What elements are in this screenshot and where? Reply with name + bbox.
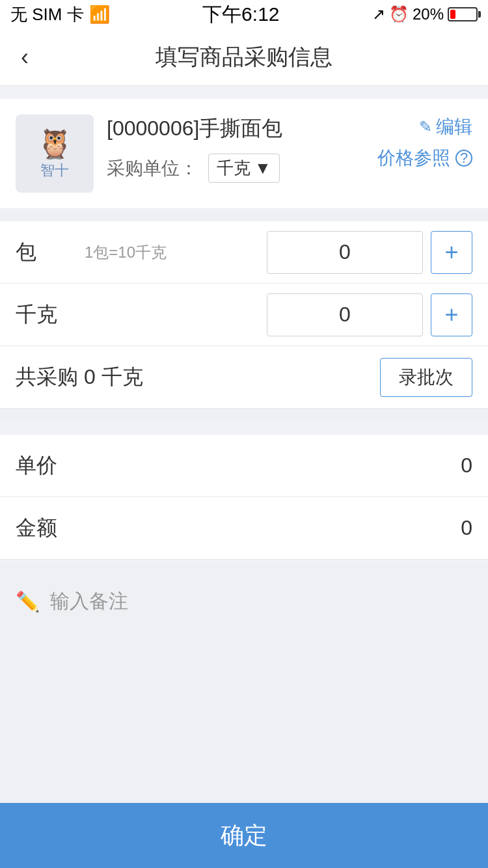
pack-value-field[interactable]: 0 <box>267 231 423 274</box>
price-ref-label: 价格参照 <box>377 146 450 170</box>
product-card: 🦉 智十 [0000006]手撕面包 采购单位： 千克 ▼ ✎ 编辑 价格参照 … <box>0 99 488 208</box>
price-ref-button[interactable]: ✎ 编辑 <box>419 115 472 139</box>
status-time: 下午6:12 <box>202 1 279 28</box>
edit-icon: ✎ <box>419 118 432 136</box>
page-title: 填写商品采购信息 <box>156 42 332 72</box>
unit-price-row: 单价 0 <box>0 435 488 497</box>
kg-input-row: 千克 0 + <box>0 284 488 346</box>
product-name: [0000006]手撕面包 <box>107 115 472 143</box>
remark-section[interactable]: ✏️ 输入备注 <box>0 562 488 640</box>
divider-1 <box>0 208 488 221</box>
status-right: ↗ ⏰ 20% <box>372 5 478 23</box>
status-left: 无 SIM 卡 📶 <box>10 3 110 26</box>
remark-input[interactable]: 输入备注 <box>50 588 128 615</box>
info-icon: ? <box>455 150 472 167</box>
unit-value: 千克 <box>217 157 251 180</box>
input-section: 包 1包=10千克 0 + 千克 0 + 共采购 0 千克 录批次 <box>0 221 488 409</box>
unit-selector[interactable]: 千克 ▼ <box>208 154 280 183</box>
amount-value: 0 <box>461 516 472 540</box>
pack-plus-button[interactable]: + <box>431 231 472 274</box>
kg-label: 千克 <box>16 301 81 329</box>
pack-sublabel: 1包=10千克 <box>85 242 167 263</box>
unit-label: 采购单位： <box>107 156 198 181</box>
divider-2 <box>0 409 488 422</box>
location-icon: ↗ <box>372 5 385 23</box>
summary-row: 共采购 0 千克 录批次 <box>0 346 488 409</box>
battery-percent: 20% <box>413 5 444 23</box>
alarm-icon: ⏰ <box>389 5 409 23</box>
price-section: 单价 0 金额 0 <box>0 435 488 560</box>
amount-row: 金额 0 <box>0 497 488 560</box>
battery-fill <box>450 10 455 19</box>
unit-price-label: 单价 <box>16 452 57 480</box>
batch-button[interactable]: 录批次 <box>380 358 472 397</box>
unit-dropdown-icon: ▼ <box>254 158 271 178</box>
kg-value-field[interactable]: 0 <box>267 293 423 336</box>
pack-label: 包 <box>16 238 81 267</box>
pack-input-row: 包 1包=10千克 0 + <box>0 221 488 284</box>
product-image-label: 智十 <box>37 161 73 180</box>
carrier-label: 无 SIM 卡 <box>10 3 84 26</box>
amount-label: 金额 <box>16 514 57 543</box>
battery-icon <box>448 7 478 21</box>
product-image: 🦉 智十 <box>16 115 94 193</box>
status-bar: 无 SIM 卡 📶 下午6:12 ↗ ⏰ 20% <box>0 0 488 29</box>
product-image-icon: 🦉 <box>37 128 73 159</box>
back-button[interactable]: ‹ <box>16 38 34 76</box>
nav-bar: ‹ 填写商品采购信息 <box>0 29 488 86</box>
kg-plus-button[interactable]: + <box>431 293 472 336</box>
summary-text: 共采购 0 千克 <box>16 363 143 392</box>
price-ref-label-area[interactable]: 价格参照 ? <box>377 146 472 170</box>
unit-price-value: 0 <box>461 454 472 478</box>
edit-label: 编辑 <box>436 115 472 139</box>
confirm-button[interactable]: 确定 <box>0 803 488 868</box>
confirm-button-label: 确定 <box>221 820 267 852</box>
remark-icon: ✏️ <box>16 590 40 613</box>
wifi-icon: 📶 <box>89 5 110 25</box>
